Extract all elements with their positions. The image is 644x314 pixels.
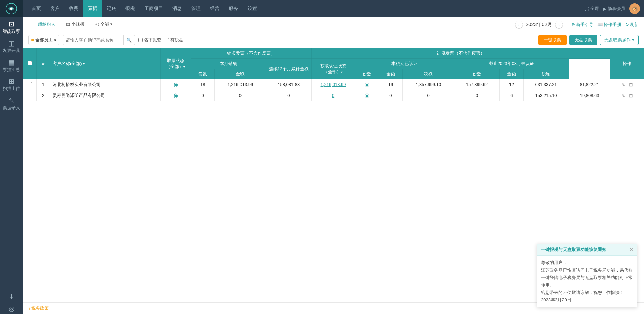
row-unverified-amount: 153,215.10 [523,90,569,101]
row-verify-status: ◉ [355,90,379,101]
toolbar: 全部员工 ▾ 🔍 名下账套 有税盘 一键取票 无盘取票 无 [23,32,644,48]
row-sales-tax: 0 [266,90,311,101]
member-btn[interactable]: ▶ 畅享会员 [603,6,625,12]
svg-point-1 [10,7,12,10]
th-actions: 操作 [610,48,644,79]
row-unverified-tax: 19,808.63 [569,90,610,101]
detail-icon[interactable]: ⊞ [628,81,634,88]
new-guide-link[interactable]: ⊕ 新手引导 [571,22,593,28]
tax-policy-link[interactable]: ℹ 税务政策 [28,305,49,311]
notification-body-line: 江苏政务网已恢复访问电子税务局功能，易代账一键登陆电子税务局与无盘取票相关功能可… [541,267,633,289]
search-btn[interactable]: 🔍 [123,35,135,45]
next-month-btn[interactable]: › [555,21,563,29]
sidebar-item-issue-invoice[interactable]: ◫ 发票开具 [0,37,23,56]
notification-close-btn[interactable]: × [630,247,633,253]
row-fetch-status: ◉ [161,90,191,101]
th-sales-amount: 金额 [215,69,266,79]
tax-disk-checkbox-label[interactable]: 有税盘 [165,37,183,43]
nav-business[interactable]: 工商项目 [140,0,168,17]
row-no: 2 [37,90,50,101]
row-no: 1 [37,79,50,90]
th-no: # [37,48,50,79]
fetch-status-icon: ◉ [173,82,178,87]
sidebar-item-scan-upload[interactable]: ⊞ 扫描上传 [0,75,23,94]
sidebar: ⊡ 智能取票 ◫ 发票开具 ▤ 票据汇总 ⊞ 扫描上传 ✎ 票据录入 ⬇ ◎ [0,0,23,314]
nav-operation[interactable]: 经营 [205,0,224,17]
manual-icon: 📖 [597,22,603,27]
select-all-checkbox[interactable] [28,61,32,65]
fullscreen-btn[interactable]: ⛶ 全屏 [585,6,599,12]
th-verified-tax: 税额 [402,69,454,79]
row-sales-amount: 0 [215,90,266,101]
row-customer-name: 灵寿县尚泽矿产品有限公司 [50,90,161,101]
sidebar-bottom: ⬇ ◎ [0,290,23,314]
nav-management[interactable]: 管理 [186,0,205,17]
no-disk-fetch-btn[interactable]: 无盘取票 [569,35,597,45]
notification-triangle [615,244,624,249]
prev-month-btn[interactable]: ‹ [515,21,523,29]
row-checkbox-cell [23,90,37,101]
row-fetch-status: ◉ [161,79,191,90]
toolbar-right: 一键取票 无盘取票 无盘取票操作 ▾ [538,35,639,45]
th-current-month-sales: 本月销项 [191,59,266,69]
search-input[interactable] [63,38,123,43]
row-sales-count: 0 [191,90,215,101]
nav-settings[interactable]: 设置 [243,0,262,17]
nav-home[interactable]: 首页 [27,0,46,17]
row-verified-tax: 157,399.62 [454,79,500,90]
nav-accounting[interactable]: 记账 [102,0,121,17]
tab-all[interactable]: ◎ 全能 ▾ [90,17,118,32]
employee-dot [31,39,34,41]
tax-disk-checkbox[interactable] [165,38,169,42]
search-box: 🔍 [63,35,135,45]
cumulative-link[interactable]: 0 [332,93,334,98]
notification-body-line: 给您带来的不便敬请谅解，祝您工作愉快！ [541,289,633,296]
one-click-fetch-btn[interactable]: 一键取票 [538,35,567,45]
nav-customer[interactable]: 客户 [46,0,64,17]
refresh-link[interactable]: ↻ 刷新 [625,22,639,28]
nav-message[interactable]: 消息 [168,0,186,17]
chevron-down-icon: ▾ [54,38,56,43]
tab-general-taxpayer[interactable]: 一般纳税人 [28,17,61,32]
verify-status-icon: ◉ [365,92,369,98]
search-icon: 🔍 [126,38,132,43]
nav-collection[interactable]: 收费 [64,0,83,17]
sidebar-item-smart-fetch[interactable]: ⊡ 智能取票 [0,17,23,37]
sidebar-item-invoice-summary[interactable]: ▤ 票据汇总 [0,56,23,75]
edit-icon[interactable]: ✎ [620,92,627,99]
nav-tax[interactable]: 报税 [121,0,140,17]
tab-small-scale[interactable]: ▤ 小规模 [61,17,90,32]
cumulative-link[interactable]: 1,216,013.99 [321,82,346,87]
manual-link[interactable]: 📖 操作手册 [597,22,621,28]
employee-select[interactable]: 全部员工 ▾ [28,35,59,45]
nav-invoice[interactable]: 票据 [83,0,102,17]
th-unverified-tax: 税额 [523,69,569,79]
user-avatar[interactable]: 🐵 [629,3,640,14]
sidebar-item-download[interactable]: ⬇ [0,290,23,302]
edit-icon[interactable]: ✎ [620,81,627,88]
th-customer-name: 客户名称(全部) ▾ [50,48,161,79]
row-verified-amount: 0 [402,90,454,101]
notification-title: 一键报税与无盘取票功能恢复通知 [541,247,606,253]
smart-fetch-icon: ⊡ [9,21,14,27]
nav-service[interactable]: 服务 [224,0,243,17]
row-unverified-count: 12 [499,79,523,90]
scan-upload-icon: ⊞ [9,78,14,85]
under-account-checkbox-label[interactable]: 名下账套 [138,37,161,43]
th-verify-status: 获取认证状态（全部）▾ [312,59,355,79]
under-account-checkbox[interactable] [138,38,143,42]
topnav-right: ⛶ 全屏 ▶ 畅享会员 🐵 [585,3,640,14]
top-navbar: 首页 客户 收费 票据 记账 报税 工商项目 消息 管理 经营 服务 设置 ⛶ … [23,0,644,17]
row-checkbox[interactable] [28,93,32,97]
no-disk-ops-btn[interactable]: 无盘取票操作 ▾ [600,35,639,45]
data-entry-icon: ✎ [9,97,14,104]
download-icon: ⬇ [9,293,14,300]
sidebar-item-settings[interactable]: ◎ [0,302,23,314]
row-checkbox[interactable] [28,82,32,86]
th-checkbox [23,48,37,79]
info-icon: ℹ [28,306,30,311]
invoice-summary-icon: ▤ [8,59,15,66]
sidebar-item-data-entry[interactable]: ✎ 票据录入 [0,94,23,113]
small-scale-icon: ▤ [66,22,70,27]
detail-icon[interactable]: ⊞ [628,92,634,99]
